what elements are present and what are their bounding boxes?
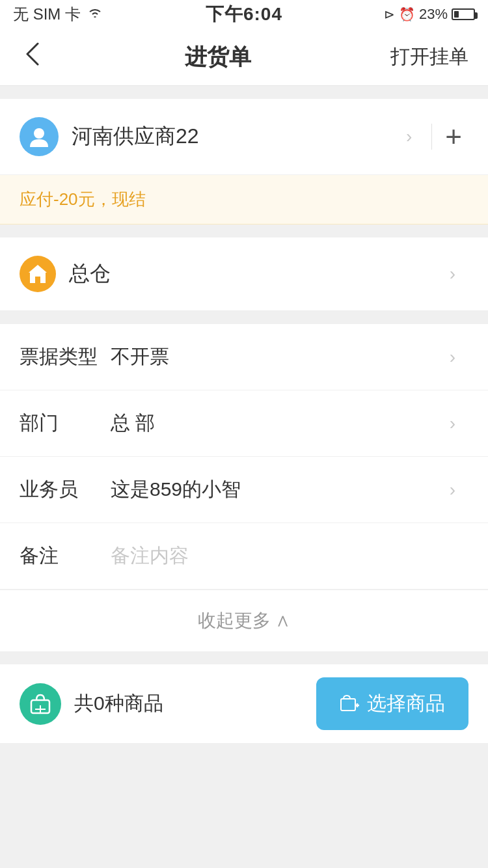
section-gap-2 xyxy=(0,224,488,237)
supplier-divider xyxy=(431,124,432,150)
nav-bar: 进货单 打开挂单 xyxy=(0,29,488,86)
open-pending-button[interactable]: 打开挂单 xyxy=(390,44,468,70)
section-gap-1 xyxy=(0,86,488,99)
products-count-label: 共0种商品 xyxy=(74,690,316,717)
supplier-row: 河南供应商22 › + xyxy=(0,99,488,175)
status-right: ⊳ ⏰ 23% xyxy=(384,6,475,23)
section-gap-4 xyxy=(0,651,488,664)
add-supplier-button[interactable]: + xyxy=(439,120,468,153)
svg-point-0 xyxy=(34,128,44,139)
department-value: 总 部 xyxy=(104,410,450,437)
salesperson-label: 业务员 xyxy=(20,476,104,503)
select-products-label: 选择商品 xyxy=(367,690,445,717)
salesperson-value: 这是859的小智 xyxy=(104,476,450,503)
carrier-label: 无 SIM 卡 xyxy=(13,4,81,25)
notice-banner: 应付-20元，现结 xyxy=(0,175,488,224)
alarm-icon: ⏰ xyxy=(399,7,415,22)
warehouse-section: 总仓 › xyxy=(0,237,488,311)
invoice-value: 不开票 xyxy=(104,344,450,370)
main-background xyxy=(0,743,488,868)
warehouse-name: 总仓 xyxy=(69,260,450,288)
invoice-chevron-icon: › xyxy=(450,347,455,368)
select-products-button[interactable]: 选择商品 xyxy=(316,677,468,730)
invoice-label: 票据类型 xyxy=(20,344,104,370)
salesperson-chevron-icon: › xyxy=(450,480,455,500)
collapse-row[interactable]: 收起更多 ∧ xyxy=(0,590,488,651)
form-section: 票据类型 不开票 › 部门 总 部 › 业务员 这是859的小智 › 备注 备注… xyxy=(0,324,488,651)
status-time: 下午6:04 xyxy=(206,2,282,27)
svg-marker-2 xyxy=(29,265,47,273)
department-row[interactable]: 部门 总 部 › xyxy=(0,390,488,457)
remark-row[interactable]: 备注 备注内容 xyxy=(0,523,488,590)
wifi-icon xyxy=(86,5,104,23)
back-button[interactable] xyxy=(20,36,46,78)
remark-input[interactable]: 备注内容 xyxy=(104,543,468,569)
department-label: 部门 xyxy=(20,410,104,437)
products-icon xyxy=(20,683,61,725)
location-icon: ⊳ xyxy=(384,7,395,22)
collapse-label: 收起更多 ∧ xyxy=(198,608,291,633)
section-gap-3 xyxy=(0,311,488,324)
department-chevron-icon: › xyxy=(450,413,455,434)
page-title: 进货单 xyxy=(185,42,251,72)
salesperson-row[interactable]: 业务员 这是859的小智 › xyxy=(0,457,488,523)
remark-label: 备注 xyxy=(20,543,104,569)
status-bar: 无 SIM 卡 下午6:04 ⊳ ⏰ 23% xyxy=(0,0,488,29)
supplier-avatar xyxy=(20,117,59,156)
supplier-name[interactable]: 河南供应商22 xyxy=(72,122,406,151)
invoice-row[interactable]: 票据类型 不开票 › xyxy=(0,324,488,390)
status-left: 无 SIM 卡 xyxy=(13,4,104,25)
svg-rect-3 xyxy=(35,277,40,283)
notice-text: 应付-20元，现结 xyxy=(20,189,146,209)
warehouse-chevron-icon: › xyxy=(450,264,455,284)
supplier-section: 河南供应商22 › + 应付-20元，现结 xyxy=(0,99,488,224)
warehouse-row[interactable]: 总仓 › xyxy=(0,237,488,311)
svg-rect-7 xyxy=(341,699,355,711)
supplier-chevron-icon: › xyxy=(406,126,412,147)
products-bar: 共0种商品 选择商品 xyxy=(0,664,488,743)
warehouse-icon xyxy=(20,256,56,292)
battery-icon xyxy=(452,8,475,20)
battery-percent: 23% xyxy=(419,6,448,23)
